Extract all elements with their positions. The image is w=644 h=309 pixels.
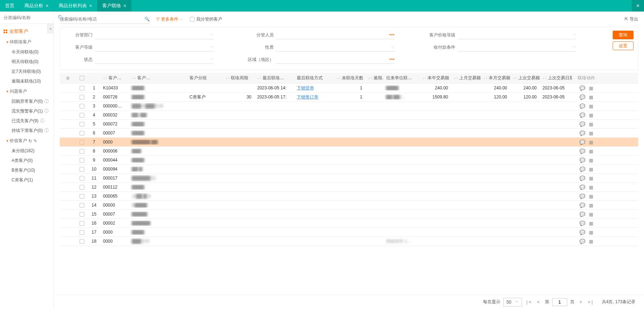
more-action-icon[interactable]: ▦ [589, 176, 593, 181]
sidebar-item[interactable]: 已流失客户(9) ⓘ [0, 116, 54, 126]
col-lt-date[interactable]: 上次交易日期 [548, 75, 572, 81]
contact-action-icon[interactable]: 💬 [580, 149, 585, 154]
tab[interactable]: 商品分析✕ [19, 0, 54, 12]
row-checkbox[interactable] [80, 230, 84, 235]
contact-action-icon[interactable]: 💬 [580, 158, 585, 163]
status-select[interactable]: ﹀ [95, 55, 214, 64]
table-row[interactable]: 3000000…███生███乾坤💬▦ [60, 102, 638, 111]
col-tm-amt[interactable]: 本月交易额 [489, 75, 510, 81]
col-name[interactable]: 客户… [137, 75, 150, 81]
table-row[interactable]: 4000032██2██💬▦ [60, 111, 638, 120]
row-checkbox[interactable] [80, 86, 84, 91]
more-action-icon[interactable]: ▦ [589, 112, 593, 118]
more-action-icon[interactable]: ▦ [589, 239, 593, 244]
first-page-button[interactable]: ❘< [525, 300, 532, 305]
contact-action-icon[interactable]: 💬 [580, 203, 585, 208]
table-row[interactable]: 13000065乡██ █涛💬▦ [60, 192, 638, 201]
col-cycle[interactable]: 联络周期 [231, 75, 248, 81]
more-action-icon[interactable]: ▦ [589, 230, 593, 235]
table-row[interactable]: 5000072████💬▦ [60, 120, 638, 129]
more-action-icon[interactable]: ▦ [589, 221, 593, 226]
export-button[interactable]: ⇱ 导出 [625, 16, 638, 22]
col-nodays[interactable]: 未联络天数 [342, 75, 363, 81]
contact-action-icon[interactable]: 💬 [580, 140, 585, 145]
row-checkbox[interactable] [80, 122, 84, 127]
row-checkbox[interactable] [80, 221, 84, 226]
row-checkbox[interactable] [80, 203, 84, 208]
table-row[interactable]: 180000███软件用友软件 1…💬▦ [60, 237, 638, 246]
more-action-icon[interactable]: ▦ [589, 194, 593, 199]
close-icon[interactable]: ✕ [45, 4, 49, 8]
main-search-input[interactable] [60, 17, 144, 22]
row-checkbox[interactable] [80, 104, 84, 109]
table-row[interactable]: 600007████💬▦ [60, 129, 638, 138]
more-action-icon[interactable]: ▦ [589, 122, 593, 127]
region-select[interactable]: ••• [276, 55, 395, 64]
page-input[interactable] [552, 298, 567, 306]
nature-select[interactable]: ﹀ [276, 43, 395, 52]
contact-action-icon[interactable]: 💬 [580, 185, 585, 190]
sidebar-item[interactable]: 逾期未联络(10) [0, 76, 54, 86]
my-customers-checkbox[interactable]: 我分管的客户 [190, 16, 222, 22]
sidebar-item[interactable]: 回购异常客户(0) ⓘ [0, 97, 54, 106]
tab[interactable]: 首页 [0, 0, 19, 12]
row-checkbox[interactable] [80, 212, 84, 217]
contact-action-icon[interactable]: 💬 [580, 212, 585, 217]
more-action-icon[interactable]: ▦ [589, 167, 593, 172]
more-action-icon[interactable]: ▦ [589, 149, 593, 154]
prev-page-button[interactable]: < [535, 300, 542, 305]
query-button[interactable]: 查询 [613, 31, 634, 39]
contact-action-icon[interactable]: 💬 [580, 122, 585, 127]
more-action-icon[interactable]: ▦ [589, 212, 593, 217]
more-action-icon[interactable]: ▦ [589, 140, 593, 145]
contact-action-icon[interactable]: 💬 [580, 94, 585, 100]
contact-action-icon[interactable]: 💬 [580, 112, 585, 118]
sidebar-item[interactable]: B类客户(10) [0, 165, 54, 175]
row-checkbox[interactable] [80, 131, 84, 136]
contact-action-icon[interactable]: 💬 [580, 85, 585, 91]
row-checkbox[interactable] [80, 113, 84, 118]
contact-action-icon[interactable]: 💬 [580, 239, 585, 244]
row-checkbox[interactable] [80, 167, 84, 172]
sidebar-group[interactable]: ▾问题客户 [0, 86, 54, 97]
price-level-select[interactable]: ﹀ [457, 31, 576, 39]
table-row[interactable]: 170000████💬▦ [60, 228, 638, 237]
contact-action-icon[interactable]: 💬 [580, 221, 585, 226]
tab[interactable]: 商品分析列表✕ [54, 0, 97, 12]
setup-button[interactable]: 设置 [613, 41, 634, 50]
next-page-button[interactable]: > [577, 300, 585, 305]
table-row[interactable]: 1400000B████💬▦ [60, 201, 638, 210]
col-code[interactable]: 客户… [108, 75, 121, 81]
col-lm-amt[interactable]: 上月交易额 [459, 75, 480, 81]
last-way-link[interactable]: 下销售订单 [297, 94, 318, 100]
contact-action-icon[interactable]: 💬 [580, 167, 585, 172]
table-row[interactable]: 9000044████💬▦ [60, 156, 638, 165]
contact-action-icon[interactable]: 💬 [580, 176, 585, 181]
select-all-checkbox[interactable] [80, 76, 84, 80]
more-action-icon[interactable]: ▦ [589, 103, 593, 109]
table-row[interactable]: 1500007█████💬▦ [60, 210, 638, 219]
close-icon[interactable]: ✕ [123, 4, 126, 8]
sidebar-item[interactable]: A类客户(0) [0, 156, 54, 165]
last-way-link[interactable]: 下销货单 [297, 85, 314, 91]
table-row[interactable]: 2000728████C类客户302023-06-05 17:下销售订单1██ … [60, 93, 638, 102]
sidebar-group[interactable]: ▾待联络客户 [0, 37, 54, 47]
more-action-icon[interactable]: ▦ [589, 158, 593, 163]
sidebar-item[interactable]: 未分组(162) [0, 146, 54, 156]
table-row[interactable]: 70000██████ ██💬▦ [60, 138, 638, 147]
contact-action-icon[interactable]: 💬 [580, 103, 585, 109]
sidebar-item[interactable]: 近7天待联络(0) [0, 67, 54, 76]
col-group[interactable]: 客户分组 [189, 75, 207, 81]
row-checkbox[interactable] [80, 158, 84, 163]
more-action-icon[interactable]: ▦ [589, 185, 593, 190]
more-action-icon[interactable]: ▦ [589, 203, 593, 208]
person-select[interactable]: ••• [276, 31, 395, 39]
col-last-way[interactable]: 最后联络方式 [297, 75, 323, 81]
sidebar-item[interactable]: 明天待联络(0) [0, 57, 54, 67]
table-row[interactable]: 11000017██████店)💬▦ [60, 174, 638, 183]
more-action-icon[interactable]: ▦ [589, 131, 593, 136]
more-action-icon[interactable]: ▦ [589, 85, 593, 91]
sidebar-group[interactable]: ▾价值客户 ↻ ✎ [0, 136, 54, 146]
table-row[interactable]: 12000112████💬▦ [60, 183, 638, 192]
col-overdue[interactable]: 逾期… [374, 75, 383, 81]
